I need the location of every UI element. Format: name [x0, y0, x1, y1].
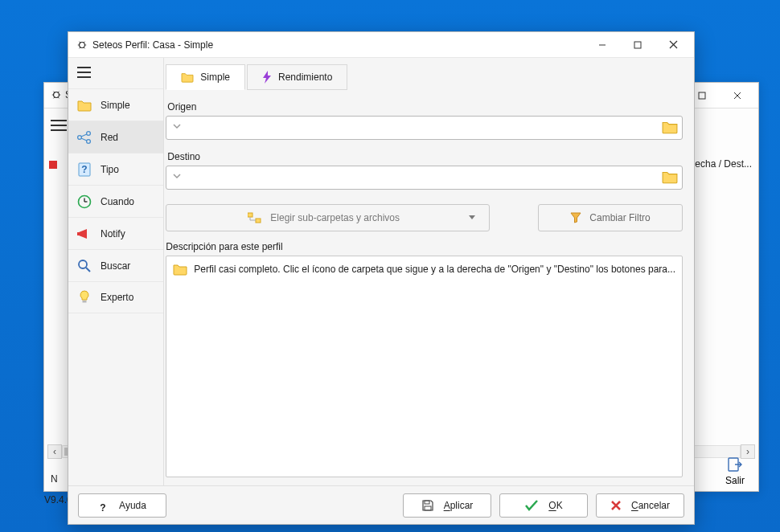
- sidebar-item-simple[interactable]: Simple: [68, 88, 163, 121]
- browse-destino-button[interactable]: [662, 170, 678, 184]
- titlebar: Seteos Perfil: Casa - Simple: [68, 32, 694, 58]
- sidebar-item-label: Simple: [101, 100, 130, 111]
- description-line: Perfil casi completo. Clic el ícono de c…: [173, 263, 675, 276]
- destino-label: Destino: [167, 151, 681, 162]
- bug-icon: [76, 39, 88, 51]
- x-icon: [610, 500, 622, 511]
- tab-body: Origen Destino Elegir sub-: [164, 90, 684, 479]
- sidebar-item-notify[interactable]: Notify: [68, 217, 163, 249]
- back-status-indicator: [49, 161, 57, 169]
- svg-point-0: [54, 92, 60, 98]
- dialog-title: Seteos Perfil: Casa - Simple: [76, 39, 585, 51]
- back-column-header: echa / Dest...: [695, 158, 752, 170]
- svg-rect-39: [83, 301, 87, 303]
- svg-text:?: ?: [81, 164, 87, 175]
- svg-line-29: [81, 134, 87, 137]
- save-icon: [421, 499, 434, 512]
- svg-rect-36: [77, 232, 80, 235]
- svg-rect-20: [634, 42, 641, 48]
- funnel-icon: [570, 212, 581, 223]
- check-icon: [524, 500, 539, 511]
- svg-text:?: ?: [100, 502, 105, 514]
- svg-rect-40: [248, 213, 252, 217]
- megaphone-icon: [76, 226, 92, 242]
- sidebar-item-tipo[interactable]: ? Tipo: [68, 153, 163, 185]
- origen-label: Origen: [167, 101, 681, 113]
- lightning-icon: [262, 71, 272, 84]
- close-button[interactable]: [655, 34, 691, 56]
- svg-line-5: [54, 97, 55, 99]
- subfolders-label: Elegir sub-carpetas y archivos: [270, 212, 400, 223]
- profile-settings-dialog: Seteos Perfil: Casa - Simple Simple Red …: [68, 31, 695, 525]
- svg-line-38: [86, 268, 90, 272]
- folder-icon: [173, 263, 187, 276]
- choose-subfolders-button[interactable]: Elegir sub-carpetas y archivos: [166, 204, 490, 231]
- svg-line-30: [81, 138, 87, 141]
- svg-point-12: [80, 42, 85, 47]
- back-n-label: N: [51, 473, 58, 485]
- tab-rendimiento[interactable]: Rendimiento: [247, 64, 347, 90]
- cancel-button[interactable]: Cancelar: [596, 493, 684, 518]
- dialog-footer: ? Ayuda Aplicar OK Cancelar: [68, 485, 694, 524]
- tab-label: Rendimiento: [278, 72, 332, 83]
- sidebar-item-buscar[interactable]: Buscar: [68, 249, 163, 281]
- help-button[interactable]: ? Ayuda: [78, 493, 166, 518]
- exit-icon: [726, 456, 744, 473]
- description-label: Descripción para este perfil: [166, 241, 683, 252]
- svg-point-27: [87, 131, 91, 135]
- lightbulb-icon: [76, 289, 92, 305]
- help-label: Ayuda: [119, 500, 146, 511]
- tabs: Simple Rendimiento: [164, 58, 684, 90]
- svg-point-28: [87, 139, 91, 143]
- folder-icon: [181, 72, 194, 83]
- minimize-button[interactable]: [585, 34, 620, 56]
- sidebar-item-label: Tipo: [101, 164, 119, 175]
- scroll-left-arrow[interactable]: ‹: [47, 444, 62, 459]
- sidebar-item-experto[interactable]: Experto: [68, 281, 163, 313]
- chevron-down-icon[interactable]: [172, 121, 182, 131]
- sidebar-item-red[interactable]: Red: [68, 121, 163, 153]
- app-icon: [51, 89, 62, 100]
- chevron-down-icon[interactable]: [172, 171, 182, 181]
- sidebar-item-label: Red: [101, 132, 118, 143]
- dialog-title-text: Seteos Perfil: Casa - Simple: [92, 39, 213, 51]
- svg-line-3: [54, 92, 55, 93]
- network-icon: [76, 129, 92, 145]
- description-text: Perfil casi completo. Clic el ícono de c…: [194, 264, 675, 275]
- cancel-label: Cancelar: [631, 500, 670, 511]
- origen-input[interactable]: [166, 116, 683, 140]
- back-close-button[interactable]: [720, 84, 755, 107]
- browse-origen-button[interactable]: [662, 120, 678, 134]
- dropdown-caret-icon: [468, 215, 476, 221]
- destino-input[interactable]: [166, 166, 683, 190]
- ok-label: OK: [548, 500, 562, 511]
- svg-rect-41: [256, 219, 261, 223]
- svg-line-17: [80, 47, 81, 48]
- svg-line-15: [80, 41, 81, 43]
- content-area: Simple Rendimiento Origen Destino: [164, 58, 694, 485]
- sidebar-item-label: Notify: [101, 228, 125, 239]
- exit-label: Salir: [725, 475, 745, 486]
- exit-button[interactable]: Salir: [716, 456, 753, 486]
- svg-rect-8: [699, 92, 705, 99]
- filter-label: Cambiar Filtro: [589, 212, 650, 223]
- sidebar-item-label: Buscar: [101, 260, 130, 272]
- svg-rect-44: [425, 506, 431, 510]
- folder-icon: [76, 97, 92, 113]
- ok-button[interactable]: OK: [499, 493, 588, 518]
- tab-simple[interactable]: Simple: [166, 64, 245, 90]
- description-box[interactable]: Perfil casi completo. Clic el ícono de c…: [166, 256, 683, 477]
- apply-label: Aplicar: [444, 500, 474, 511]
- maximize-button[interactable]: [620, 34, 655, 56]
- svg-line-16: [84, 41, 85, 43]
- sidebar-item-label: Cuando: [101, 196, 134, 207]
- tree-icon: [248, 211, 262, 224]
- apply-button[interactable]: Aplicar: [403, 493, 491, 518]
- svg-line-18: [84, 47, 85, 48]
- change-filter-button[interactable]: Cambiar Filtro: [538, 204, 683, 231]
- hamburger-menu[interactable]: [68, 58, 163, 88]
- svg-point-37: [79, 260, 87, 268]
- search-icon: [76, 258, 92, 274]
- sidebar-item-cuando[interactable]: Cuando: [68, 185, 163, 217]
- svg-line-4: [58, 92, 60, 93]
